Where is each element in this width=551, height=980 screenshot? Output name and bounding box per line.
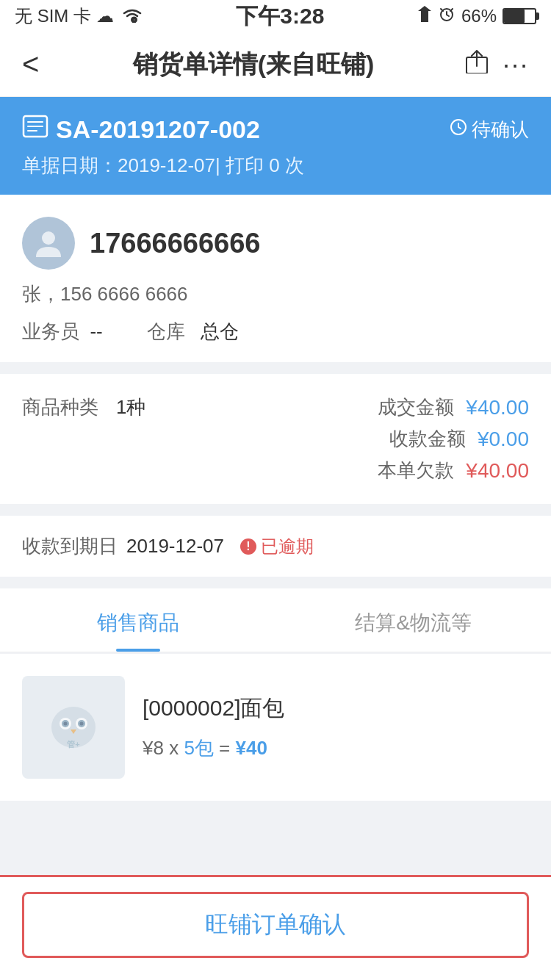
equals-sign: =: [214, 737, 236, 759]
back-button[interactable]: <: [22, 48, 66, 81]
share-icon[interactable]: [466, 50, 488, 79]
status-right: 66%: [417, 5, 536, 27]
kind-value: 1种: [116, 394, 145, 420]
nav-actions: ···: [441, 49, 529, 80]
page-title: 销货单详情(来自旺铺): [66, 48, 441, 82]
customer-name: 张，156 6666 6666: [22, 281, 529, 307]
order-status: 待确认: [450, 117, 529, 143]
more-icon[interactable]: ···: [503, 49, 529, 80]
overdue-text: 已逾期: [261, 535, 314, 558]
product-total: ¥40: [235, 737, 267, 759]
alarm-icon: [438, 5, 455, 27]
order-date: 单据日期：2019-12-07| 打印 0 次: [22, 153, 529, 179]
battery-icon: [503, 8, 536, 24]
product-image: 管+: [22, 676, 125, 779]
customer-phone: 17666666666: [90, 228, 260, 259]
product-section: 管+ [0000002]面包 ¥8 x 5包 = ¥40: [0, 654, 551, 801]
due-date-label: 收款到期日: [22, 533, 118, 559]
customer-avatar: [22, 217, 75, 270]
received-value: ¥0.00: [478, 428, 529, 451]
customer-section: 17666666666 张，156 6666 6666 业务员 -- 仓库 总仓: [0, 195, 551, 362]
product-qty: 5包: [184, 737, 213, 759]
sim-label: 无 SIM 卡 ☁: [15, 4, 114, 28]
tabs-section: 销售商品 结算&物流等: [0, 588, 551, 652]
wifi-icon: [121, 5, 143, 28]
nav-bar: < 销货单详情(来自旺铺) ···: [0, 32, 551, 97]
warehouse-label: 仓库: [147, 320, 185, 342]
battery-percentage: 66%: [461, 6, 497, 26]
customer-meta: 业务员 -- 仓库 总仓: [22, 319, 529, 345]
tab-settlement[interactable]: 结算&物流等: [276, 588, 551, 652]
tab-products[interactable]: 销售商品: [0, 588, 276, 652]
bottom-button-container: 旺铺订单确认: [0, 875, 551, 980]
overdue-icon: !: [240, 538, 256, 555]
kind-label: 商品种类: [22, 394, 98, 420]
product-price-row: ¥8 x 5包 = ¥40: [143, 735, 529, 761]
salesperson-value: --: [90, 320, 102, 342]
due-date-value: 2019-12-07: [126, 535, 224, 558]
svg-text:管+: 管+: [67, 740, 79, 749]
summary-section: 商品种类 1种 成交金额 ¥40.00 收款金额 ¥0.00 本单欠款 ¥40.…: [0, 374, 551, 504]
status-bar: 无 SIM 卡 ☁ 下午3:28 66%: [0, 0, 551, 32]
overdue-badge: ! 已逾期: [240, 535, 314, 558]
status-time: 下午3:28: [236, 1, 324, 32]
order-id: SA-20191207-002: [22, 115, 260, 144]
received-label: 收款金额: [389, 426, 466, 452]
amount-value: ¥40.00: [466, 396, 529, 419]
svg-point-11: [80, 722, 84, 726]
svg-point-10: [64, 722, 68, 726]
product-name: [0000002]面包: [143, 693, 529, 724]
location-icon: [417, 5, 432, 27]
status-left: 无 SIM 卡 ☁: [15, 4, 143, 28]
summary-right: 成交金额 ¥40.00 收款金额 ¥0.00 本单欠款 ¥40.00: [378, 394, 529, 483]
confirm-order-button[interactable]: 旺铺订单确认: [22, 892, 529, 958]
order-header: SA-20191207-002 待确认 单据日期：2019-12-07| 打印 …: [0, 97, 551, 195]
svg-point-4: [42, 231, 55, 245]
product-info: [0000002]面包 ¥8 x 5包 = ¥40: [143, 676, 529, 779]
owed-label: 本单欠款: [378, 458, 454, 483]
owed-value: ¥40.00: [466, 459, 529, 483]
due-section: 收款到期日 2019-12-07 ! 已逾期: [0, 516, 551, 577]
status-clock-icon: [450, 118, 467, 141]
product-price: ¥8 x: [143, 737, 184, 759]
order-icon: [22, 115, 48, 144]
salesperson-label: 业务员: [22, 320, 79, 342]
amount-label: 成交金额: [378, 394, 454, 420]
warehouse-value: 总仓: [201, 320, 239, 342]
